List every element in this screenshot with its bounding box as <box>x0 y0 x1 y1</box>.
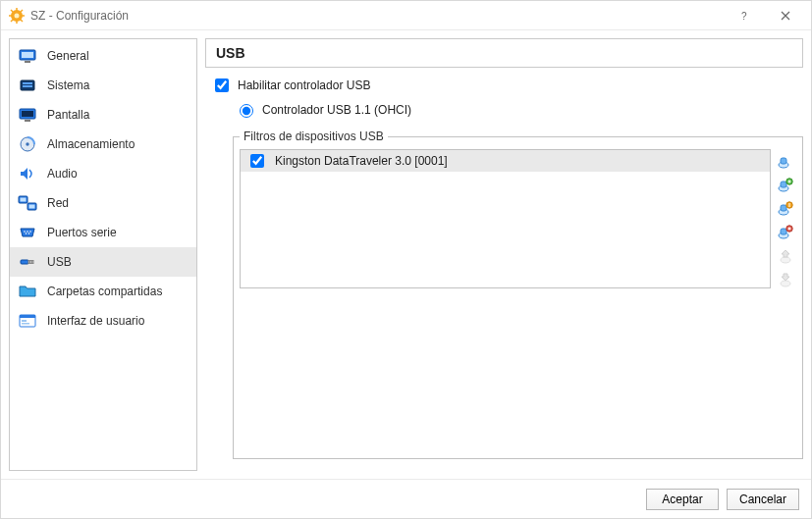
dialog-footer: Aceptar Cancelar <box>1 479 811 518</box>
sidebar-item-label: Audio <box>47 167 78 181</box>
network-icon <box>18 193 37 213</box>
sidebar-item-display[interactable]: Pantalla <box>10 100 196 130</box>
sidebar-item-serial[interactable]: Puertos serie <box>10 218 196 247</box>
svg-rect-49 <box>781 229 786 234</box>
system-icon <box>18 76 37 95</box>
usb-device-label: Kingston DataTraveler 3.0 [0001] <box>275 154 448 168</box>
svg-rect-32 <box>28 261 33 264</box>
folder-icon <box>18 282 37 301</box>
svg-rect-24 <box>21 198 27 202</box>
general-icon <box>18 46 37 66</box>
svg-rect-42 <box>781 182 786 187</box>
app-icon <box>9 8 25 24</box>
cancel-button[interactable]: Cancelar <box>727 489 799 510</box>
help-button[interactable]: ? <box>725 2 764 29</box>
sidebar-item-label: Pantalla <box>47 108 89 122</box>
sidebar-item-usb[interactable]: USB <box>10 247 196 277</box>
svg-rect-16 <box>23 85 32 87</box>
move-filter-down-button[interactable] <box>777 271 794 288</box>
add-empty-filter-button[interactable] <box>777 153 794 171</box>
sidebar-item-system[interactable]: Sistema <box>10 71 196 100</box>
svg-line-5 <box>11 10 13 12</box>
sidebar-item-label: USB <box>47 255 72 269</box>
sidebar-item-shared-folders[interactable]: Carpetas compartidas <box>10 277 196 306</box>
svg-line-7 <box>11 20 13 22</box>
usb-device-row[interactable]: Kingston DataTraveler 3.0 [0001] <box>241 150 770 172</box>
svg-rect-12 <box>22 52 33 58</box>
svg-text:?: ? <box>741 11 747 21</box>
enable-usb-checkbox[interactable]: Habilitar controlador USB <box>211 76 803 95</box>
ui-icon <box>18 311 37 331</box>
usb-controller-label: Controlador USB 1.1 (OHCI) <box>262 103 411 117</box>
svg-line-6 <box>21 20 23 22</box>
usb-device-list[interactable]: Kingston DataTraveler 3.0 [0001] <box>240 149 771 288</box>
usb-filters-legend: Filtros de dispositivos USB <box>240 130 388 143</box>
svg-rect-45 <box>781 205 786 211</box>
svg-rect-15 <box>23 82 32 84</box>
sidebar-item-network[interactable]: Red <box>10 188 196 218</box>
dialog-body: General Sistema Pantalla Almacenamiento <box>1 30 811 479</box>
sidebar-item-label: Carpetas compartidas <box>47 285 162 298</box>
svg-rect-47 <box>789 203 790 207</box>
svg-rect-37 <box>22 320 27 322</box>
usb-filters-group: Filtros de dispositivos USB Kingston Dat… <box>233 130 803 459</box>
usb-controller-input[interactable] <box>240 104 253 118</box>
close-button[interactable] <box>766 2 805 29</box>
usb-controller-radio[interactable]: Controlador USB 1.1 (OHCI) <box>211 101 803 118</box>
serial-icon <box>18 223 37 242</box>
audio-icon <box>18 164 37 183</box>
svg-point-26 <box>24 231 26 233</box>
add-from-device-button[interactable] <box>777 177 794 194</box>
svg-rect-25 <box>29 205 35 209</box>
remove-filter-button[interactable] <box>777 224 794 241</box>
svg-point-29 <box>26 233 27 234</box>
titlebar: SZ - Configuración ? <box>1 1 811 30</box>
svg-line-8 <box>21 10 23 12</box>
svg-point-9 <box>15 13 20 18</box>
sidebar-item-label: Almacenamiento <box>47 137 135 151</box>
usb-filter-actions <box>775 149 796 288</box>
sidebar-item-label: Red <box>47 196 69 210</box>
sidebar-item-label: General <box>47 49 89 63</box>
enable-usb-input[interactable] <box>215 78 229 92</box>
section-header: USB <box>205 38 803 68</box>
svg-rect-18 <box>22 111 33 117</box>
svg-point-30 <box>28 233 30 234</box>
svg-point-27 <box>27 231 28 233</box>
svg-point-28 <box>29 231 31 233</box>
usb-settings: Habilitar controlador USB Controlador US… <box>205 68 803 471</box>
move-filter-up-button[interactable] <box>777 247 794 265</box>
svg-point-52 <box>781 281 790 286</box>
sidebar-item-audio[interactable]: Audio <box>10 159 196 188</box>
sidebar-item-general[interactable]: General <box>10 41 196 71</box>
enable-usb-label: Habilitar controlador USB <box>238 78 370 92</box>
sidebar-item-label: Interfaz de usuario <box>47 314 144 328</box>
usb-device-checkbox[interactable] <box>250 154 264 168</box>
svg-rect-36 <box>20 315 35 318</box>
display-icon <box>18 105 37 125</box>
svg-rect-19 <box>25 120 30 122</box>
svg-rect-38 <box>22 323 29 325</box>
sidebar-item-label: Puertos serie <box>47 226 117 239</box>
content-pane: USB Habilitar controlador USB Controlado… <box>205 38 803 471</box>
edit-filter-button[interactable] <box>777 200 794 218</box>
svg-rect-34 <box>31 261 32 262</box>
window-title: SZ - Configuración <box>30 9 725 23</box>
svg-rect-40 <box>781 158 786 164</box>
storage-icon <box>18 134 37 154</box>
category-sidebar: General Sistema Pantalla Almacenamiento <box>9 38 197 471</box>
usb-icon <box>18 252 37 272</box>
svg-point-51 <box>781 257 790 263</box>
sidebar-item-label: Sistema <box>47 78 89 92</box>
svg-rect-13 <box>25 61 30 63</box>
svg-rect-31 <box>21 260 28 264</box>
settings-window: SZ - Configuración ? General Sistema <box>0 0 812 519</box>
sidebar-item-ui[interactable]: Interfaz de usuario <box>10 306 196 336</box>
svg-point-21 <box>26 142 28 145</box>
ok-button[interactable]: Aceptar <box>646 489 719 510</box>
svg-rect-33 <box>29 261 30 262</box>
sidebar-item-storage[interactable]: Almacenamiento <box>10 130 196 159</box>
titlebar-controls: ? <box>725 2 805 29</box>
